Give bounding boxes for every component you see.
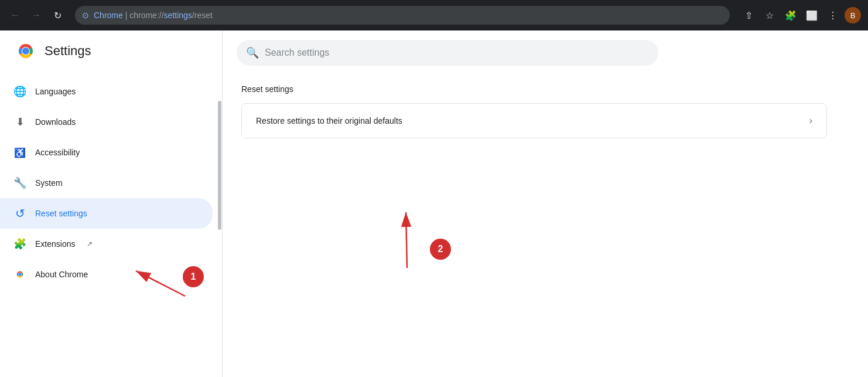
section-title: Reset settings	[241, 84, 849, 94]
reset-label: Reset settings	[35, 209, 87, 218]
about-label: About Chrome	[35, 270, 88, 279]
search-bar-container: 🔍	[223, 30, 868, 75]
download-icon: ⬇	[14, 116, 26, 128]
settings-page: Settings 🌐 Languages ⬇ Downloads ♿ Acces…	[0, 30, 868, 377]
globe-icon: 🌐	[14, 86, 26, 97]
svg-point-7	[18, 273, 21, 276]
sidebar-item-downloads[interactable]: ⬇ Downloads	[0, 107, 213, 137]
main-content: 🔍 Reset settings Restore settings to the…	[223, 30, 868, 377]
accessibility-icon: ♿	[14, 147, 26, 158]
chrome-about-icon	[14, 269, 26, 280]
extensions-sidebar-icon: 🧩	[14, 238, 26, 250]
menu-icon[interactable]: ⋮	[823, 6, 842, 25]
restore-defaults-item[interactable]: Restore settings to their original defau…	[242, 104, 826, 138]
address-bar[interactable]: ⊙ Chrome | chrome://settings/reset	[75, 6, 730, 25]
search-icon: 🔍	[246, 46, 259, 59]
sidebar-item-reset[interactable]: ↺ Reset settings	[0, 198, 213, 229]
reset-icon: ↺	[14, 208, 26, 219]
address-text: Chrome | chrome://settings/reset	[94, 11, 213, 20]
tab-search-icon[interactable]: ⬜	[802, 6, 821, 25]
content-body: Reset settings Restore settings to their…	[223, 75, 868, 148]
back-button[interactable]: ←	[7, 7, 23, 23]
sidebar: Settings 🌐 Languages ⬇ Downloads ♿ Acces…	[0, 30, 223, 377]
languages-label: Languages	[35, 87, 76, 96]
page-title: Settings	[45, 43, 91, 59]
sidebar-item-system[interactable]: 🔧 System	[0, 168, 213, 198]
toolbar-icons: ⇧ ☆ 🧩 ⬜ ⋮ B	[739, 6, 861, 25]
site-security-icon: ⊙	[82, 11, 89, 20]
browser-bar: ← → ↻ ⊙ Chrome | chrome://settings/reset…	[0, 0, 868, 30]
accessibility-label: Accessibility	[35, 148, 80, 157]
forward-button[interactable]: →	[28, 7, 45, 23]
sidebar-header: Settings	[0, 30, 222, 72]
page-wrapper: ← → ↻ ⊙ Chrome | chrome://settings/reset…	[0, 0, 868, 377]
sidebar-scrollbar-track[interactable]	[217, 72, 222, 294]
extensions-icon[interactable]: 🧩	[781, 6, 800, 25]
sidebar-item-extensions[interactable]: 🧩 Extensions ↗	[0, 229, 213, 259]
sidebar-item-about[interactable]: About Chrome	[0, 259, 213, 290]
external-link-icon: ↗	[87, 240, 93, 248]
chrome-logo	[14, 39, 37, 63]
reset-card: Restore settings to their original defau…	[241, 103, 827, 138]
system-label: System	[35, 178, 63, 188]
downloads-label: Downloads	[35, 117, 76, 127]
extensions-label: Extensions	[35, 239, 75, 249]
sidebar-scrollbar-thumb[interactable]	[218, 101, 221, 230]
bookmark-icon[interactable]: ☆	[760, 6, 779, 25]
chevron-right-icon: ›	[809, 116, 812, 126]
search-input[interactable]	[265, 47, 649, 58]
system-icon: 🔧	[14, 177, 26, 189]
restore-defaults-label: Restore settings to their original defau…	[256, 116, 402, 125]
search-bar[interactable]: 🔍	[237, 40, 658, 66]
svg-point-3	[22, 47, 29, 55]
profile-button[interactable]: B	[845, 7, 861, 23]
sidebar-nav: 🌐 Languages ⬇ Downloads ♿ Accessibility …	[0, 72, 222, 294]
reload-button[interactable]: ↻	[49, 7, 66, 23]
share-icon[interactable]: ⇧	[739, 6, 758, 25]
sidebar-item-languages[interactable]: 🌐 Languages	[0, 76, 213, 107]
sidebar-item-accessibility[interactable]: ♿ Accessibility	[0, 137, 213, 168]
